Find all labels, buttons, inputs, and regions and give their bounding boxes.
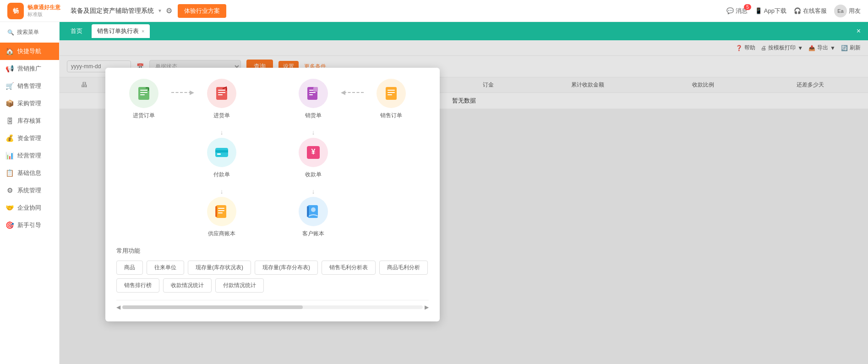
sidebar-item-newbie[interactable]: 🎯 新手引导: [0, 217, 59, 234]
common-functions-title: 常用功能: [116, 247, 429, 255]
flow-node-receipt-bill[interactable]: ¥ 收款单: [286, 138, 341, 179]
sidebar-item-sales[interactable]: 🛒 销售管理: [0, 77, 59, 95]
search-icon: 🔍: [7, 29, 14, 36]
customer-book-label: 客户账本: [302, 230, 324, 238]
svg-rect-23: [215, 206, 217, 217]
func-btn-sales-profit[interactable]: 销售毛利分析表: [322, 261, 376, 275]
enterprise-icon: 🤝: [5, 204, 14, 212]
operation-icon: 📊: [5, 152, 14, 160]
page-content: ❓ 帮助 🖨 按模板打印 ▼ 📤 导出 ▼: [60, 40, 868, 364]
scroll-left-icon[interactable]: ◀: [116, 304, 120, 310]
payment-bill-label: 付款单: [213, 171, 230, 179]
svg-rect-19: [217, 153, 221, 155]
trial-button[interactable]: 体验行业方案: [178, 4, 226, 18]
flow-node-purchase-bill[interactable]: 进货单: [194, 79, 249, 120]
func-buttons-row1: 商品 往来单位 现存量(库存状况表) 现存量(库存分布表) 销售毛利分析表 商品…: [116, 261, 429, 275]
func-btn-partners[interactable]: 往来单位: [147, 261, 184, 275]
svg-rect-12: [313, 87, 318, 92]
user-menu[interactable]: Ea 用友: [834, 5, 861, 17]
popup-box: 进货订单 ▶ 进: [105, 68, 440, 321]
message-badge: 5: [744, 4, 751, 10]
online-service-label: 在线客服: [803, 7, 827, 15]
supplier-book-label: 供应商账本: [208, 230, 235, 238]
sidebar-item-operation[interactable]: 📊 经营管理: [0, 147, 59, 164]
sidebar-label-basic-info: 基础信息: [17, 169, 41, 177]
sidebar-item-system[interactable]: ⚙ 系统管理: [0, 182, 59, 199]
svg-rect-14: [388, 90, 395, 91]
search-label: 搜索菜单: [17, 28, 39, 36]
sidebar-label-marketing: 营销推广: [17, 65, 41, 73]
sidebar-label-quick-nav: 快捷导航: [17, 47, 41, 55]
flow-node-purchase-order[interactable]: 进货订单: [116, 79, 171, 120]
app-download-label: App下载: [764, 7, 786, 15]
sidebar: 🔍 搜索菜单 🏠 快捷导航 📢 营销推广 🛒 销售管理 📦: [0, 22, 60, 364]
func-btn-sales-rank[interactable]: 销售排行榜: [116, 278, 159, 293]
payment-bill-circle: [207, 138, 236, 167]
purchase-bill-circle: [207, 79, 236, 108]
sales-order-label: 销售订单: [380, 112, 402, 120]
sidebar-item-basic-info[interactable]: 📋 基础信息: [0, 164, 59, 182]
customer-book-circle: [299, 197, 328, 226]
func-btn-receipt-stats[interactable]: 收款情况统计: [163, 278, 212, 293]
tab-home[interactable]: 首页: [63, 23, 90, 39]
sales-order-circle: [377, 79, 406, 108]
svg-rect-4: [216, 87, 227, 100]
sidebar-item-inventory[interactable]: 🗄 库存核算: [0, 112, 59, 130]
app-download-button[interactable]: 📱 App下载: [755, 7, 786, 15]
svg-rect-15: [388, 92, 395, 93]
sidebar-item-marketing[interactable]: 📢 营销推广: [0, 60, 59, 77]
sidebar-label-system: 系统管理: [17, 186, 41, 195]
flow-node-sales-bill[interactable]: 销货单: [286, 79, 341, 120]
sidebar-item-finance[interactable]: 💰 资金管理: [0, 130, 59, 147]
svg-rect-2: [140, 92, 147, 93]
popup-overlay[interactable]: 进货订单 ▶ 进: [60, 40, 868, 364]
scroll-right-icon[interactable]: ▶: [425, 304, 429, 310]
sales-bill-circle: [299, 79, 328, 108]
flow-node-supplier-book[interactable]: 供应商账本: [194, 197, 249, 238]
svg-rect-16: [388, 94, 392, 95]
message-button[interactable]: 💬 消息 5: [726, 7, 748, 15]
func-btn-payment-stats[interactable]: 付款情况统计: [215, 278, 264, 293]
online-service-button[interactable]: 🎧 在线客服: [794, 7, 827, 15]
flow-node-customer-book[interactable]: 客户账本: [286, 197, 341, 238]
message-icon: 💬: [726, 7, 734, 14]
scrollbar-track[interactable]: [122, 305, 423, 309]
logo-area: 畅 畅康通好生意 标准版: [7, 3, 67, 19]
flow-node-payment-bill[interactable]: 付款单: [194, 138, 249, 179]
sidebar-item-purchase[interactable]: 📦 采购管理: [0, 95, 59, 112]
svg-rect-0: [138, 87, 149, 100]
search-menu-button[interactable]: 🔍 搜索菜单: [4, 26, 55, 39]
logo-line2: 标准版: [27, 11, 60, 17]
tab-bar-close-icon[interactable]: ×: [857, 27, 864, 35]
sidebar-label-enterprise: 企业协同: [17, 204, 41, 212]
tab-close-icon[interactable]: ×: [142, 28, 144, 34]
sidebar-label-sales: 销售管理: [17, 82, 41, 90]
func-btn-stock-dist[interactable]: 现存量(库存分布表): [255, 261, 318, 275]
download-icon: 📱: [755, 7, 762, 14]
gear-icon[interactable]: ⚙: [166, 6, 172, 15]
svg-rect-7: [218, 94, 223, 95]
sales-bill-label: 销货单: [305, 112, 322, 120]
svg-text:¥: ¥: [311, 148, 316, 156]
newbie-icon: 🎯: [5, 221, 14, 229]
tab-sales-order[interactable]: 销售订单执行表 ×: [92, 24, 150, 38]
top-right: 💬 消息 5 📱 App下载 🎧 在线客服 Ea 用友: [726, 5, 861, 17]
sidebar-label-purchase: 采购管理: [17, 99, 41, 108]
system-dropdown-icon[interactable]: ▼: [158, 8, 162, 13]
svg-rect-26: [218, 212, 223, 213]
sidebar-item-enterprise[interactable]: 🤝 企业协同: [0, 199, 59, 217]
purchase-order-label: 进货订单: [133, 112, 155, 120]
sidebar-item-quick-nav[interactable]: 🏠 快捷导航: [0, 43, 59, 60]
func-buttons-row2: 销售排行榜 收款情况统计 付款情况统计: [116, 278, 429, 293]
sidebar-label-operation: 经营管理: [17, 152, 41, 160]
sidebar-label-inventory: 库存核算: [17, 117, 41, 125]
supplier-book-circle: [207, 197, 236, 226]
sidebar-menu: 🏠 快捷导航 📢 营销推广 🛒 销售管理 📦 采购管理 🗄 库存核: [0, 43, 59, 234]
flow-node-sales-order[interactable]: 销售订单: [364, 79, 419, 120]
func-btn-goods[interactable]: 商品: [116, 261, 143, 275]
logo-line1: 畅康通好生意: [27, 4, 60, 11]
scrollbar-thumb: [122, 305, 303, 309]
func-btn-stock-status[interactable]: 现存量(库存状况表): [188, 261, 251, 275]
func-btn-goods-profit[interactable]: 商品毛利分析: [379, 261, 428, 275]
system-icon: ⚙: [5, 186, 14, 195]
